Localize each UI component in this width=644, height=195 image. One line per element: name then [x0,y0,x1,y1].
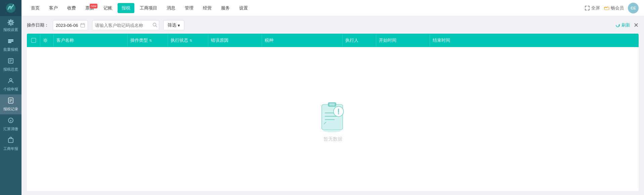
nav-item-gongshang[interactable]: 工商项目 [136,3,161,13]
nav-item-shoufei[interactable]: 收费 [63,3,80,13]
nav-item-baoshui[interactable]: 报税 [118,3,134,13]
filter-bar: 操作日期： 2023-06-06 [27,20,639,30]
th-end-time: 结束时间 [430,34,477,47]
th-tax-type: 税种 [262,34,343,47]
close-button[interactable]: ✕ [634,22,639,28]
svg-point-33 [338,113,339,114]
fullscreen-icon [585,5,590,11]
sort-icon-exec-status: ⇅ [189,39,192,42]
sidebar-item-piliang-baoshui[interactable]: 批量报税 [0,35,22,55]
svg-text:¥: ¥ [9,119,12,122]
svg-rect-2 [8,39,13,40]
svg-rect-4 [8,42,11,43]
sidebar-item-baoshui-jilu[interactable]: 报税记录 [0,94,22,114]
sidebar-item-geshuishenb[interactable]: 个税申报 [0,75,22,94]
th-error-reason: 错误原因 [208,34,262,47]
svg-rect-3 [8,41,13,42]
nav-item-piaoju[interactable]: 票据 new [81,3,98,13]
filter-button[interactable]: 筛选 ▾ [163,20,184,30]
baoshui-shezhi-icon: ⚙️ [7,19,14,26]
svg-rect-18 [81,24,85,27]
gongshang-nianbao-icon [7,137,14,145]
main-area: 首页 客户 收费 票据 new 记账 报税 工商项目 消息 管理 经营 服务 设… [22,0,644,195]
nav-item-guanli[interactable]: 管理 [181,3,198,13]
topnav: 首页 客户 收费 票据 new 记账 报税 工商项目 消息 管理 经营 服务 设… [22,0,644,16]
search-icon[interactable] [153,23,157,28]
sort-icon-op-type: ⇅ [149,39,152,42]
th-checkbox[interactable] [27,34,40,47]
empty-text: 暂无数据 [324,136,342,142]
th-op-type[interactable]: 操作类型 ⇅ [128,34,168,47]
svg-line-23 [156,26,157,27]
search-wrap [92,20,159,30]
topnav-items: 首页 客户 收费 票据 new 记账 报税 工商项目 消息 管理 经营 服务 设… [27,3,585,13]
sidebar: ⚙️ 报税设置 批量报税 报税总览 [0,0,22,195]
nav-item-jizhang[interactable]: 记账 [99,3,116,13]
topnav-right: 全屏 畅会员 CE [585,3,639,13]
baoshui-zonlan-icon [7,57,14,66]
sidebar-item-huisuan-jiaona[interactable]: ¥ 汇算清缴 [0,114,22,134]
calendar-icon [80,23,85,28]
sidebar-item-baoshui-shezhi[interactable]: ⚙️ 报税设置 [0,16,22,35]
th-settings [40,34,54,47]
nav-item-home[interactable]: 首页 [27,3,44,13]
piliang-baoshui-icon [7,38,14,46]
th-exec-status[interactable]: 执行状态 ⇅ [168,34,208,47]
svg-rect-16 [8,139,13,143]
sidebar-item-gongshang-nianbao[interactable]: 工商年报 [0,134,22,154]
table-body: 暂无数据 [27,47,639,191]
huisuan-jiaona-icon: ¥ [7,117,14,125]
user-avatar[interactable]: CE [628,3,639,13]
nav-item-fuwu[interactable]: 服务 [217,3,234,13]
th-executor: 执行人 [343,34,376,47]
baoshui-jilu-icon [7,97,14,106]
svg-point-24 [45,40,46,41]
data-table: 客户名称 操作类型 ⇅ 执行状态 ⇅ 错误原因 税种 执行人 [27,34,639,191]
empty-state-illustration [316,96,350,133]
date-label: 操作日期： [27,22,49,28]
svg-point-35 [323,129,341,132]
select-all-checkbox[interactable] [31,38,36,43]
chevron-down-icon: ▾ [178,23,180,28]
settings-icon [43,38,48,43]
date-picker[interactable]: 2023-06-06 [53,20,88,30]
app-logo [0,0,22,16]
nav-item-xiaoxi[interactable]: 消息 [163,3,179,13]
vip-icon [604,5,609,11]
new-badge: new [90,4,97,8]
refresh-button[interactable]: 刷新 [615,22,630,28]
content-area: 操作日期： 2023-06-06 [22,16,644,195]
refresh-icon [615,23,620,28]
svg-rect-27 [329,104,335,106]
filter-bar-right: 刷新 ✕ [615,22,639,28]
table-header: 客户名称 操作类型 ⇅ 执行状态 ⇅ 错误原因 税种 执行人 [27,34,639,47]
fullscreen-button[interactable]: 全屏 [585,5,600,11]
search-input[interactable] [92,20,159,30]
svg-point-9 [10,79,12,81]
geshuishenb-icon [7,77,14,86]
nav-item-customer[interactable]: 客户 [45,3,62,13]
sidebar-item-baoshui-zonlan[interactable]: 报税总览 [0,55,22,75]
nav-item-shezhi[interactable]: 设置 [235,3,252,13]
svg-point-1 [9,7,12,9]
th-client-name: 客户名称 [54,34,128,47]
vip-button[interactable]: 畅会员 [604,5,624,11]
th-start-time: 开始时间 [376,34,430,47]
nav-item-jingying[interactable]: 经营 [199,3,216,13]
